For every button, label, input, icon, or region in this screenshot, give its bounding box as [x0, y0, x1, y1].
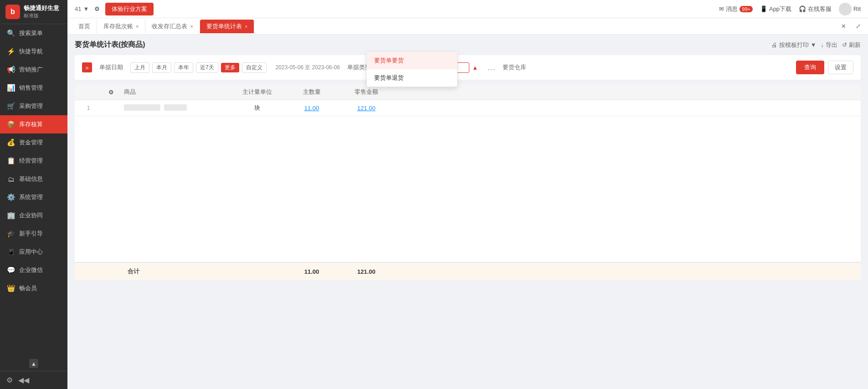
col-qty-header: 主数量	[284, 88, 339, 96]
tab-maximize[interactable]: ⤢	[853, 21, 863, 32]
page-title: 要货单统计表(按商品)	[75, 40, 145, 50]
dropdown-item-request-order[interactable]: 要货单要货	[367, 52, 457, 69]
marketing-icon: 📢	[6, 65, 15, 74]
date-btn-current-month[interactable]: 本月	[152, 62, 171, 73]
sidebar-item-search[interactable]: 🔍 搜索菜单	[0, 24, 67, 42]
date-btn-year[interactable]: 本年	[174, 62, 193, 73]
type-chevron-icon[interactable]: ▲	[472, 64, 478, 71]
row-no: 1	[75, 105, 102, 111]
tab-batch-account-close[interactable]: ×	[136, 24, 139, 29]
tab-batch-account-label: 库存批次账	[103, 22, 133, 31]
message-btn[interactable]: ✉ 消息 99+	[719, 5, 753, 13]
row-unit: 块	[230, 104, 284, 112]
headset-icon: 🎧	[799, 5, 806, 12]
sales-label: 销售管理	[19, 84, 43, 92]
tab-receive-summary[interactable]: 收发存汇总表 ×	[145, 20, 200, 33]
basic-label: 基础信息	[19, 175, 43, 183]
enterprise-icon: 🏢	[6, 211, 15, 220]
inventory-label: 库存核算	[19, 120, 43, 128]
wechat-icon: 💬	[6, 266, 15, 275]
filter-more-icon[interactable]: …	[487, 63, 495, 72]
brand-sub: 标准版	[24, 12, 59, 19]
sidebar-item-system[interactable]: ⚙️ 系统管理	[0, 188, 67, 206]
sidebar-item-purchase[interactable]: 🛒 采购管理	[0, 97, 67, 115]
enterprise-label: 企业协同	[19, 211, 43, 220]
refresh-btn[interactable]: ↺ 刷新	[842, 41, 861, 49]
date-more-badge[interactable]: 更多	[221, 63, 239, 72]
guide-icon: 🎓	[6, 229, 15, 238]
dropdown-item-request-return[interactable]: 要货单退货	[367, 69, 457, 87]
col-settings-icon[interactable]: ⚙	[108, 89, 114, 96]
sidebar: b 畅捷通好生意 标准版 🔍 搜索菜单 ⚡ 快捷导航 📢 营销推广 📊 销售管理…	[0, 0, 67, 389]
system-label: 系统管理	[19, 193, 43, 201]
collapse-icon[interactable]: ◀◀	[18, 376, 29, 384]
tab-close-all[interactable]: ✕	[838, 21, 849, 32]
tab-request-summary[interactable]: 要货单统计表 ×	[200, 20, 254, 33]
tab-batch-account[interactable]: 库存批次账 ×	[97, 20, 145, 33]
basic-icon: 🗂	[6, 174, 15, 184]
date-btn-custom[interactable]: 自定义	[242, 62, 267, 73]
date-range: 2023-05-06 至 2023-06-06	[276, 64, 340, 72]
sidebar-item-finance[interactable]: 💰 资金管理	[0, 133, 67, 152]
search-icon: 🔍	[6, 29, 15, 38]
settings-icon[interactable]: ⚙	[6, 376, 13, 384]
message-label: 消息	[726, 5, 738, 13]
sidebar-item-basic[interactable]: 🗂 基础信息	[0, 170, 67, 188]
print-btn[interactable]: 🖨 按模板打印 ▼	[771, 41, 817, 49]
print-label: 按模板打印	[779, 41, 809, 49]
sidebar-item-enterprise[interactable]: 🏢 企业协同	[0, 206, 67, 225]
industry-btn[interactable]: 体验行业方案	[105, 3, 154, 15]
set-btn[interactable]: 设置	[828, 61, 853, 74]
sidebar-bottom: ⚙ ◀◀	[0, 371, 67, 389]
tab-home[interactable]: 首页	[72, 20, 97, 33]
quick-nav-label: 快捷导航	[19, 47, 43, 56]
purchase-label: 采购管理	[19, 102, 43, 110]
sidebar-item-sales[interactable]: 📊 销售管理	[0, 79, 67, 97]
footer-qty: 11.00	[284, 268, 339, 275]
brand-name: 畅捷通好生意	[24, 5, 59, 12]
user-avatar	[839, 3, 852, 15]
tab-request-summary-label: 要货单统计表	[206, 22, 242, 31]
topbar-gear-icon[interactable]: ⚙	[94, 5, 100, 12]
product-placeholder-1	[124, 104, 160, 111]
sidebar-nav: 🔍 搜索菜单 ⚡ 快捷导航 📢 营销推广 📊 销售管理 🛒 采购管理 📦 库存核…	[0, 24, 67, 356]
finance-label: 资金管理	[19, 138, 43, 147]
app-center-icon: 📱	[6, 247, 15, 256]
online-service-btn[interactable]: 🎧 在线客服	[799, 5, 832, 13]
wechat-label: 企业微信	[19, 266, 43, 274]
footer-amount: 121.00	[339, 268, 394, 275]
export-label: 导出	[826, 41, 837, 49]
sidebar-item-marketing[interactable]: 📢 营销推广	[0, 61, 67, 79]
sidebar-scroll-up[interactable]: ▲	[29, 359, 38, 368]
guide-label: 新手引导	[19, 230, 43, 238]
footer-label: 合计	[120, 267, 230, 276]
sidebar-item-app-center[interactable]: 📱 应用中心	[0, 243, 67, 261]
tab-home-label: 首页	[78, 22, 90, 31]
filter-toggle-btn[interactable]: »	[82, 62, 92, 72]
tab-request-summary-close[interactable]: ×	[245, 24, 247, 29]
sidebar-item-wechat[interactable]: 💬 企业微信	[0, 261, 67, 279]
date-btn-7days[interactable]: 近7天	[196, 62, 218, 73]
sidebar-item-inventory[interactable]: 📦 库存核算	[0, 115, 67, 133]
export-btn[interactable]: ↓ 导出	[821, 41, 838, 49]
tab-receive-summary-close[interactable]: ×	[190, 24, 193, 29]
sidebar-item-member[interactable]: 👑 畅会员	[0, 279, 67, 297]
sidebar-item-guide[interactable]: 🎓 新手引导	[0, 225, 67, 243]
col-amount-header: 零售金额	[339, 88, 394, 96]
row-amount: 121.00	[339, 105, 394, 112]
row-qty: 11.00	[284, 105, 339, 112]
operation-icon: 📋	[6, 156, 15, 165]
main-area: 41 ▼ ⚙ 体验行业方案 ✉ 消息 99+ 📱 App下载 🎧 在	[67, 0, 868, 389]
store-selector[interactable]: 41 ▼	[75, 5, 89, 12]
finance-icon: 💰	[6, 138, 15, 147]
user-menu[interactable]: Rit	[839, 3, 861, 15]
sidebar-item-operation[interactable]: 📋 经营管理	[0, 152, 67, 170]
sidebar-item-quick-nav[interactable]: ⚡ 快捷导航	[0, 42, 67, 61]
type-dropdown: 要货单要货 要货单退货	[366, 51, 457, 87]
row-qty-value[interactable]: 11.00	[304, 105, 319, 112]
app-download-btn[interactable]: 📱 App下载	[760, 5, 791, 13]
query-btn[interactable]: 查询	[796, 61, 824, 74]
date-btn-prev-month[interactable]: 上月	[130, 62, 149, 73]
table-empty-space	[75, 116, 861, 262]
row-amount-value[interactable]: 121.00	[357, 105, 375, 112]
